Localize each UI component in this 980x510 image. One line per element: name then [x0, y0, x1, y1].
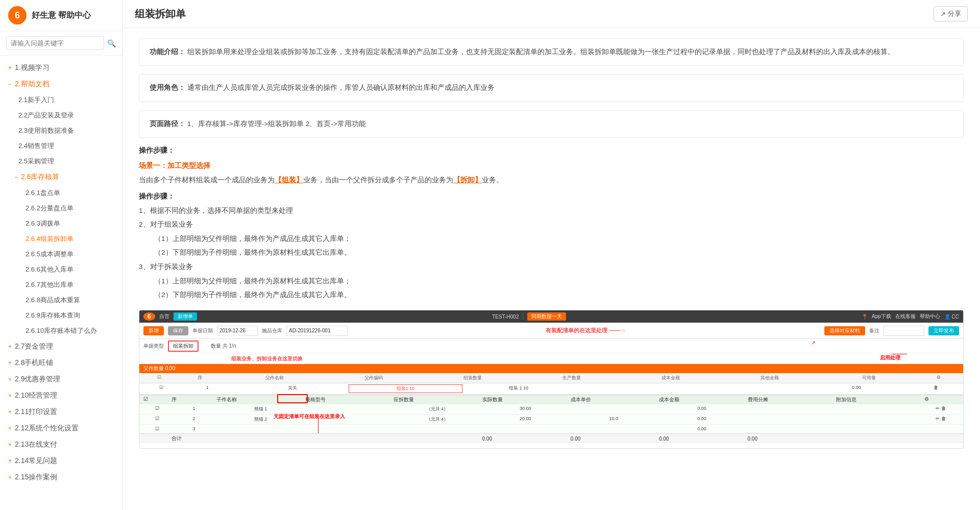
nav-list: + 1.视频学习 − 2.帮助文档 2.1新手入门 2.2产品安装及登录 2.3…	[0, 56, 122, 510]
sidebar-item-assembly[interactable]: 2.6.4组装拆卸单	[0, 231, 122, 247]
step-3-1: （1）上部明细为父件明细，最终作为原材料生成其它出库单；	[139, 275, 964, 288]
role-block: 使用角色： 通常由生产人员或库管人员完成拆装业务的操作，库管人员确认原材料的出库…	[139, 74, 964, 102]
ops-title: 操作步骤：	[139, 146, 964, 155]
sidebar-item-help-label: 2.帮助文档	[15, 80, 50, 89]
sidebar-item-adjust[interactable]: 2.6.3调拨单	[0, 216, 122, 231]
step-1: 1、根据不同的业务，选择不同单据的类型来处理	[139, 204, 964, 217]
ops-steps-title: 操作步骤：	[139, 192, 964, 201]
sidebar-item-inventory[interactable]: − 2.6库存核算	[0, 169, 122, 185]
scene1-title: 场景一：加工类型选择	[139, 161, 964, 171]
sidebar-item-fund[interactable]: + 2.7资金管理	[0, 338, 122, 355]
path-text: 1、库存核算->库存管理->组装拆卸单 2、首页->常用功能	[187, 120, 366, 128]
sidebar-item-stock-check[interactable]: 2.6.9库存账本查询	[0, 308, 122, 323]
role-label: 使用角色：	[150, 84, 185, 91]
cases-plus-icon: +	[8, 474, 12, 481]
mock-date-field[interactable]: 2019-12-26	[217, 326, 258, 336]
sidebar-item-purchase[interactable]: 2.5采购管理	[0, 154, 122, 169]
mock-select-btn[interactable]: 选择对应材料	[824, 326, 865, 335]
sidebar-item-print-label: 2.11打印设置	[15, 407, 57, 417]
coupon-plus-icon: +	[8, 376, 12, 383]
mobile-plus-icon: +	[8, 359, 12, 367]
sidebar-item-other-out[interactable]: 2.6.7其他出库单	[0, 277, 122, 293]
sidebar-item-pay-label: 2.13在线支付	[15, 440, 57, 449]
operation-plus-icon: +	[8, 392, 12, 399]
fund-plus-icon: +	[8, 343, 12, 350]
pay-plus-icon: +	[8, 441, 12, 448]
inventory-minus-icon: −	[14, 174, 18, 181]
sidebar-item-inventory-label: 2.6库存核算	[21, 173, 59, 182]
sidebar-item-cost-adjust[interactable]: 2.6.5成本调整单	[0, 247, 122, 262]
mock-code-field[interactable]: AD-20191226-001	[286, 326, 348, 336]
sidebar-item-operation-label: 2.10经营管理	[15, 391, 57, 400]
sidebar-item-other-in[interactable]: 2.6.6其他入库单	[0, 262, 122, 277]
logo-icon: 6	[8, 6, 27, 25]
personalize-plus-icon: +	[8, 425, 12, 432]
search-box: 🔍	[0, 31, 122, 56]
path-label: 页面路径：	[150, 120, 185, 128]
share-label: 分享	[948, 9, 961, 18]
sidebar-item-stock-error[interactable]: 2.6.10库存账本错了么办	[0, 323, 122, 338]
sidebar-item-sales[interactable]: 2.4销售管理	[0, 138, 122, 154]
sidebar-item-mobile-label: 2.8手机旺铺	[15, 358, 53, 368]
faq-plus-icon: +	[8, 457, 12, 465]
sidebar-item-coupon[interactable]: + 2.9优惠券管理	[0, 371, 122, 387]
sidebar-item-print[interactable]: + 2.11打印设置	[0, 404, 122, 420]
step-3: 3、对于拆装业务	[139, 260, 964, 274]
intro-block: 功能介绍： 组装拆卸单用来处理企业组装或拆卸等加工业务，支持有固定装配清单的产品…	[139, 38, 964, 66]
sidebar-item-operation[interactable]: + 2.10经营管理	[0, 387, 122, 404]
sidebar-item-personalize-label: 2.12系统个性化设置	[15, 424, 79, 433]
step-2-2: （2）下部明细为子件明细，最终作为原材料生成其它出库单。	[139, 246, 964, 259]
sidebar-item-cases[interactable]: + 2.15操作案例	[0, 469, 122, 485]
search-input[interactable]	[6, 36, 104, 50]
sidebar-item-stocktake[interactable]: 2.6.1盘点单	[0, 185, 122, 201]
minus-icon: −	[8, 81, 12, 88]
main-header: 组装拆卸单 ↗ 分享	[122, 0, 980, 28]
screenshot-wrapper: 6 自営 新增单 TEST-H002 同期数据一天 📍 App下载 在线客服 帮…	[139, 310, 964, 449]
assembly-highlight: 【组装】	[275, 176, 303, 184]
sidebar-item-install[interactable]: 2.2产品安装及登录	[0, 108, 122, 123]
step-2-1: （1）上部明细为父件明细，最终作为产成品生成其它入库单；	[139, 232, 964, 246]
disassembly-highlight: 【拆卸】	[453, 176, 482, 184]
sidebar-item-help[interactable]: − 2.帮助文档	[0, 76, 122, 92]
mock-note-field[interactable]	[884, 326, 924, 336]
mock-new-btn[interactable]: 新增	[143, 326, 164, 335]
sidebar-item-cases-label: 2.15操作案例	[15, 473, 57, 482]
step-2: 2、对于组装业务	[139, 218, 964, 231]
annotation1-text: 有装配清单的在这里处理 ——→	[352, 327, 820, 334]
page-title: 组装拆卸单	[135, 7, 186, 21]
mock-type-selector[interactable]: 组装拆卸	[168, 341, 199, 352]
sidebar: 6 好生意 帮助中心 🔍 + 1.视频学习 − 2.帮助文档 2.1新手入门 2…	[0, 0, 122, 510]
mock-submit-btn[interactable]: 立即发布	[928, 326, 959, 335]
sidebar-item-faq-label: 2.14常见问题	[15, 456, 57, 466]
sidebar-item-coupon-label: 2.9优惠券管理	[15, 375, 60, 384]
sidebar-item-data-prep[interactable]: 2.3使用前数据准备	[0, 123, 122, 138]
main-area: 组装拆卸单 ↗ 分享 功能介绍： 组装拆卸单用来处理企业组装或拆卸等加工业务，支…	[122, 0, 980, 510]
annotation3-text: 组装业务、拆卸业务在这里切换	[231, 355, 303, 362]
share-button[interactable]: ↗ 分享	[934, 6, 968, 21]
print-plus-icon: +	[8, 408, 12, 416]
scene1-desc: 当由多个子件材料组装成一个成品的业务为【组装】业务，当由一个父件拆分成多个子产品…	[139, 174, 964, 187]
sidebar-item-pay[interactable]: + 2.13在线支付	[0, 436, 122, 453]
plus-icon: +	[8, 64, 12, 71]
intro-label: 功能介绍：	[150, 48, 185, 56]
mock-save-btn[interactable]: 保存	[168, 326, 188, 335]
sidebar-item-fund-label: 2.7资金管理	[15, 342, 53, 351]
sidebar-item-video-label: 1.视频学习	[15, 63, 50, 72]
sidebar-item-faq[interactable]: + 2.14常见问题	[0, 453, 122, 469]
role-text: 通常由生产人员或库管人员完成拆装业务的操作，库管人员确认原材料的出库和产成品的入…	[187, 84, 495, 91]
sidebar-item-video[interactable]: + 1.视频学习	[0, 60, 122, 76]
step-3-2: （2）下部明细为子件明细，最终作为产成品生成其它入库单。	[139, 288, 964, 302]
sidebar-item-newbie[interactable]: 2.1新手入门	[0, 92, 122, 108]
screenshot-image: 6 自営 新增单 TEST-H002 同期数据一天 📍 App下载 在线客服 帮…	[139, 310, 963, 448]
sidebar-item-partial[interactable]: 2.6.2分量盘点单	[0, 201, 122, 216]
sidebar-item-cost-recalc[interactable]: 2.6.8商品成本重算	[0, 293, 122, 308]
sidebar-header: 6 好生意 帮助中心	[0, 0, 122, 31]
sidebar-item-personalize[interactable]: + 2.12系统个性化设置	[0, 420, 122, 436]
sidebar-item-mobile[interactable]: + 2.8手机旺铺	[0, 355, 122, 371]
content-area: 功能介绍： 组装拆卸单用来处理企业组装或拆卸等加工业务，支持有固定装配清单的产品…	[122, 28, 980, 510]
intro-text: 组装拆卸单用来处理企业组装或拆卸等加工业务，支持有固定装配清单的产品加工业务，也…	[187, 48, 895, 56]
path-block: 页面路径： 1、库存核算->库存管理->组装拆卸单 2、首页->常用功能	[139, 110, 964, 138]
search-button[interactable]: 🔍	[107, 39, 116, 47]
share-icon: ↗	[940, 10, 946, 18]
steps-list: 1、根据不同的业务，选择不同单据的类型来处理 2、对于组装业务 （1）上部明细为…	[139, 204, 964, 302]
